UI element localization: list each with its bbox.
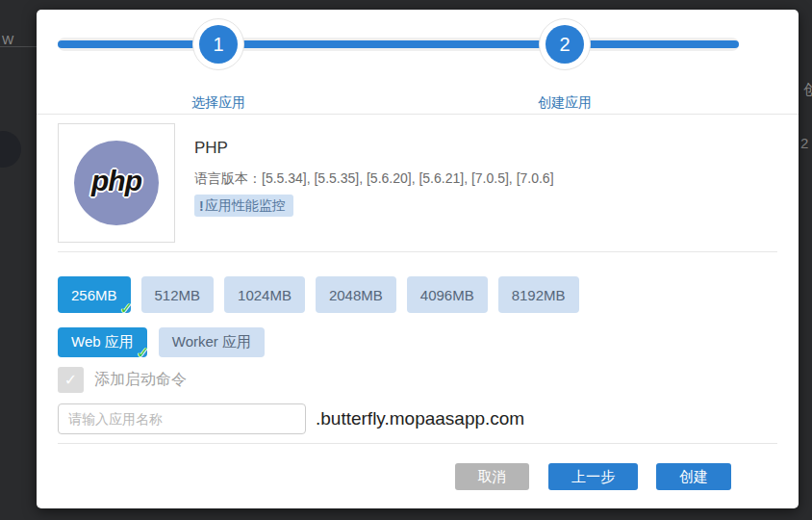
app-version-list: 语言版本：[5.5.34], [5.5.35], [5.6.20], [5.6.… xyxy=(194,170,554,188)
step-1-number: 1 xyxy=(199,25,238,64)
memory-option-4096mb[interactable]: 4096MB xyxy=(407,276,488,313)
create-button[interactable]: 创建 xyxy=(656,463,731,490)
alert-icon: ! xyxy=(199,198,204,214)
domain-suffix: .butterfly.mopaasapp.com xyxy=(316,408,524,429)
step-2-circle[interactable]: 2 xyxy=(539,18,591,70)
memory-option-label: 2048MB xyxy=(329,287,383,303)
backdrop-avatar-fragment xyxy=(0,131,21,168)
startup-command-checkbox[interactable]: ✓ xyxy=(58,367,84,393)
step-2-number: 2 xyxy=(546,25,584,64)
memory-option-256mb[interactable]: 256MB ✓ xyxy=(58,276,131,313)
backdrop-text-fragment: W xyxy=(2,33,13,47)
backdrop-divider xyxy=(0,46,37,47)
footer-divider xyxy=(58,443,777,444)
app-type-label: Worker 应用 xyxy=(172,333,251,351)
memory-option-label: 1024MB xyxy=(238,287,292,303)
step-1-label: 选择应用 xyxy=(151,94,286,112)
startup-command-row: ✓ 添加启动命令 xyxy=(58,367,187,393)
backdrop-text-fragment: 创 xyxy=(803,81,812,99)
app-type-option-row: Web 应用 ✓ Worker 应用 xyxy=(58,327,265,357)
memory-option-8192mb[interactable]: 8192MB xyxy=(498,276,579,313)
check-icon: ✓ xyxy=(64,371,77,389)
php-logo-icon: php xyxy=(74,141,159,225)
memory-option-2048mb[interactable]: 2048MB xyxy=(316,276,396,313)
section-divider xyxy=(58,251,777,252)
memory-option-label: 512MB xyxy=(155,287,201,303)
memory-option-label: 8192MB xyxy=(512,287,566,303)
memory-option-512mb[interactable]: 512MB xyxy=(141,276,215,313)
wizard-stepper: 1 2 选择应用 创建应用 xyxy=(37,10,799,115)
badge-label: 应用性能监控 xyxy=(205,197,286,215)
stepper-progress-bar xyxy=(58,40,739,48)
app-title: PHP xyxy=(194,139,228,158)
step-2-label: 创建应用 xyxy=(497,94,632,112)
step-1-circle[interactable]: 1 xyxy=(192,18,244,70)
app-type-option-worker[interactable]: Worker 应用 xyxy=(159,327,265,357)
check-icon: ✓ xyxy=(137,343,150,363)
app-name-input[interactable] xyxy=(58,403,306,434)
memory-option-row: 256MB ✓ 512MB 1024MB 2048MB 4096MB 8192M… xyxy=(58,276,579,313)
memory-option-label: 256MB xyxy=(71,287,117,303)
startup-command-label: 添加启动命令 xyxy=(94,370,187,390)
create-app-dialog: 1 2 选择应用 创建应用 php PHP 语言版本：[5.5.34], [5.… xyxy=(37,10,799,508)
memory-option-label: 4096MB xyxy=(420,287,474,303)
memory-option-1024mb[interactable]: 1024MB xyxy=(224,276,305,313)
app-type-label: Web 应用 xyxy=(71,333,134,351)
performance-monitor-badge: ! 应用性能监控 xyxy=(194,195,293,217)
cancel-button[interactable]: 取消 xyxy=(455,463,529,490)
app-name-row: .butterfly.mopaasapp.com xyxy=(58,403,524,434)
backdrop-text-fragment: 2 xyxy=(800,135,808,151)
app-type-option-web[interactable]: Web 应用 ✓ xyxy=(58,327,147,357)
app-logo-box: php xyxy=(58,123,175,243)
previous-step-button[interactable]: 上一步 xyxy=(548,463,638,490)
check-icon: ✓ xyxy=(119,299,133,319)
php-logo-text: php xyxy=(91,165,141,201)
